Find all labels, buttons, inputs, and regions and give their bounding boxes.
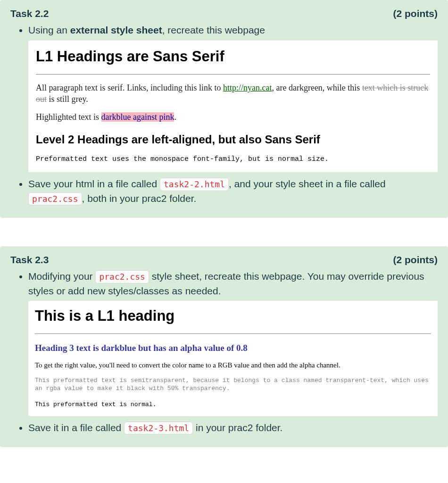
webpage-screenshot-23: This is a L1 heading Heading 3 text is d…: [28, 301, 438, 416]
ws-paragraph-1: All paragraph text is serif. Links, incl…: [36, 82, 430, 105]
ws-text: All paragraph text is serif. Links, incl…: [36, 83, 223, 92]
task-body: Using an external style sheet, recreate …: [10, 23, 438, 206]
task-title: Task 2.2: [10, 7, 49, 20]
ws-pre: Preformatted text uses the monospace fon…: [36, 154, 430, 165]
code-pill-prac2css: prac2.css: [95, 270, 149, 283]
bullet-text: Using an: [28, 25, 70, 35]
ws-pre-normal: This preformatted text is normal.: [35, 400, 431, 409]
ws-text: is still grey.: [47, 94, 88, 104]
ws-link-nyancat[interactable]: http://nyan.cat: [223, 83, 272, 92]
task-title: Task 2.3: [10, 253, 49, 266]
task-body: Modifying your prac2.css style sheet, re…: [10, 269, 438, 434]
ws-hr: [36, 74, 430, 75]
ws-h1: This is a L1 heading: [35, 306, 431, 327]
ws-hr: [35, 333, 431, 334]
task-points: (2 points): [393, 253, 438, 266]
ws-h3: Heading 3 text is darkblue but has an al…: [35, 341, 431, 355]
ws-text: , are darkgreen, while this: [272, 83, 362, 92]
bullet-text: in your prac2 folder.: [193, 422, 282, 433]
ws-text: Highlighted text is: [36, 112, 101, 122]
bullet-text: Save it in a file called: [28, 422, 124, 433]
task-header: Task 2.2 (2 points): [10, 7, 438, 20]
webpage-screenshot-22: L1 Headings are Sans Serif All paragraph…: [28, 41, 438, 172]
bullet-text: Modifying your: [28, 271, 95, 282]
ws-highlight: darkblue against pink: [101, 112, 174, 122]
code-pill-prac2css: prac2.css: [28, 192, 82, 205]
task-card-22: Task 2.2 (2 points) Using an external st…: [0, 0, 448, 218]
bullet-text: Save your html in a file called: [28, 178, 160, 189]
page-container: Task 2.2 (2 points) Using an external st…: [0, 0, 448, 447]
ws-paragraph: To get the right value, you'll need to c…: [35, 360, 431, 371]
ws-paragraph-2: Highlighted text is darkblue against pin…: [36, 111, 430, 123]
code-pill-task22html: task2-2.html: [160, 178, 229, 191]
ws-text: .: [174, 112, 176, 122]
bullet-bold: external style sheet: [70, 25, 162, 35]
ws-h1: L1 Headings are Sans Serif: [36, 46, 430, 67]
ws-h2: Level 2 Headings are left-aligned, but a…: [36, 132, 430, 148]
task-bullet-1: Modifying your prac2.css style sheet, re…: [28, 269, 438, 416]
bullet-text: , and your style sheet in a file called: [229, 178, 386, 189]
task-bullet-1: Using an external style sheet, recreate …: [28, 23, 438, 172]
task-bullet-2: Save it in a file called task2-3.html in…: [28, 421, 438, 435]
bullet-text: , recreate this webpage: [162, 25, 265, 35]
ws-pre-transparent: This preformatted text is semitransparen…: [35, 376, 431, 393]
task-bullet-2: Save your html in a file called task2-2.…: [28, 177, 438, 206]
code-pill-task23html: task2-3.html: [124, 422, 193, 434]
task-points: (2 points): [393, 7, 438, 20]
task-header: Task 2.3 (2 points): [10, 253, 438, 266]
task-card-23: Task 2.3 (2 points) Modifying your prac2…: [0, 246, 448, 447]
bullet-text: , both in your prac2 folder.: [82, 193, 197, 204]
